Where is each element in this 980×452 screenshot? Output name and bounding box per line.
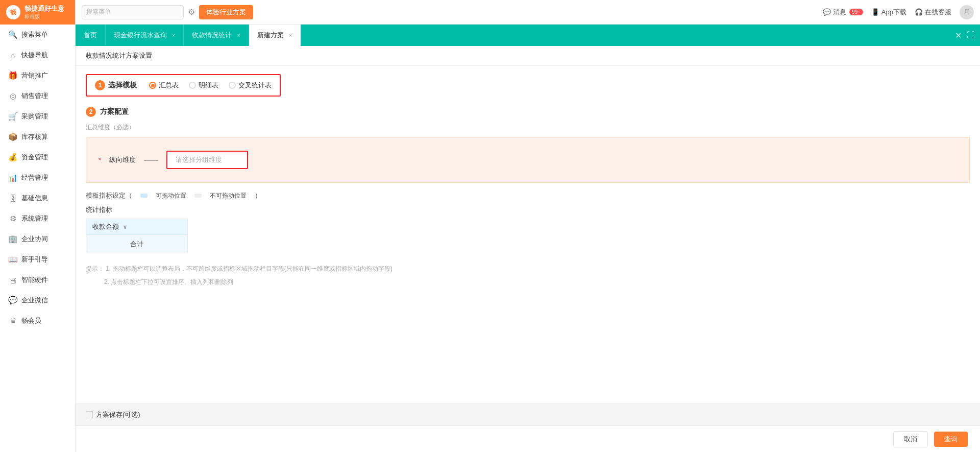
header-right: 💬 消息 99+ 📱 App下载 🎧 在线客服 用 bbox=[823, 5, 974, 19]
save-section: 方案保存(可选) bbox=[76, 403, 980, 425]
sidebar-item-beginner[interactable]: 📖 新手引导 bbox=[0, 249, 75, 270]
step1-block: 1 选择模板 汇总表 明细表 bbox=[86, 74, 970, 97]
sidebar-item-smart-hw[interactable]: 🖨 智能硬件 bbox=[0, 270, 75, 290]
sidebar-item-weixin[interactable]: 💬 企业微信 bbox=[0, 290, 75, 311]
dim-arrow: —— bbox=[144, 156, 158, 164]
tip2: 2. 点击标题栏下拉可设置排序、插入列和删除列 bbox=[86, 277, 970, 288]
search-bar-text: 搜索菜单 bbox=[86, 8, 111, 16]
save-checkbox-label[interactable]: 方案保存(可选) bbox=[86, 410, 140, 419]
gift-icon: 🎁 bbox=[8, 71, 17, 80]
dimension-title: 汇总维度（必选） bbox=[86, 123, 970, 132]
page-content: 收款情况统计方案设置 1 选择模板 bbox=[76, 46, 980, 425]
app-icon: 📱 bbox=[871, 8, 879, 16]
smart-hw-icon: 🖨 bbox=[8, 276, 17, 284]
finance-icon: 💰 bbox=[8, 153, 17, 162]
sidebar-item-system[interactable]: ⚙ 系统管理 bbox=[0, 208, 75, 229]
section-container: 1 选择模板 汇总表 明细表 bbox=[76, 66, 980, 403]
notification-badge: 99+ bbox=[849, 9, 863, 15]
dimension-row: * 纵向维度 —— 请选择分组维度 bbox=[99, 151, 248, 169]
sidebar-item-basic-info[interactable]: 🗄 基础信息 bbox=[0, 188, 75, 208]
search-bar[interactable]: 搜索菜单 bbox=[82, 5, 184, 19]
operation-icon: 📊 bbox=[8, 173, 17, 182]
tip-prefix: 提示： 1. 拖动标题栏可以调整布局，不可跨维度或指标区域拖动栏目字段(只能在同… bbox=[86, 264, 970, 275]
step2-header: 2 方案配置 bbox=[86, 107, 970, 117]
tab-new-plan[interactable]: 新建方案 × bbox=[249, 25, 301, 46]
drag-indicator bbox=[140, 194, 148, 198]
radio-summary[interactable]: 汇总表 bbox=[149, 81, 179, 90]
search-menu-icon: 🔍 bbox=[8, 30, 17, 39]
tab-bar-actions: ✕ ⛶ bbox=[950, 25, 980, 46]
sidebar-item-finance[interactable]: 💰 资金管理 bbox=[0, 147, 75, 168]
close-window-icon[interactable]: ✕ bbox=[955, 31, 962, 40]
sidebar: 畅 畅捷通好生意 标准版 🔍 搜索菜单 ⌂ 快捷导航 🎁 营销推广 ◎ 销售管理… bbox=[0, 0, 76, 452]
metrics-header: 模板指标设定（ 可拖动位置 不可拖动位置 ） bbox=[86, 191, 970, 200]
member-icon: ♛ bbox=[8, 316, 17, 325]
purchase-icon: 🛒 bbox=[8, 112, 17, 121]
metrics-setting-label: 模板指标设定（ bbox=[86, 191, 132, 200]
content-area: 收款情况统计方案设置 1 选择模板 bbox=[76, 46, 980, 425]
metrics-section: 模板指标设定（ 可拖动位置 不可拖动位置 ） 统计指标 收款金额 ∨ bbox=[86, 191, 970, 253]
radio-cross-label: 交叉统计表 bbox=[238, 81, 272, 90]
app-version: 标准版 bbox=[24, 13, 64, 20]
sidebar-item-search[interactable]: 🔍 搜索菜单 bbox=[0, 25, 75, 45]
basic-info-icon: 🗄 bbox=[8, 194, 17, 203]
notifications-btn[interactable]: 💬 消息 99+ bbox=[823, 8, 863, 17]
tab-close-bank-flow[interactable]: × bbox=[172, 32, 175, 38]
radio-group-template: 汇总表 明细表 交叉统计表 bbox=[149, 81, 272, 90]
top-header: 搜索菜单 ⚙ 体验行业方案 💬 消息 99+ 📱 App下载 🎧 在线客服 用 bbox=[76, 0, 980, 25]
avatar[interactable]: 用 bbox=[960, 5, 974, 19]
sidebar-item-operation[interactable]: 📊 经营管理 bbox=[0, 168, 75, 188]
app-name: 畅捷通好生意 bbox=[24, 4, 64, 13]
logo-icon: 畅 bbox=[6, 5, 20, 19]
enterprise-icon: 🏢 bbox=[8, 234, 17, 244]
trial-button[interactable]: 体验行业方案 bbox=[199, 5, 253, 19]
step2-block: 2 方案配置 汇总维度（必选） * 纵向维度 —— bbox=[86, 107, 970, 288]
tab-home[interactable]: 首页 bbox=[76, 25, 106, 46]
metrics-column-header[interactable]: 收款金额 ∨ bbox=[86, 219, 187, 235]
step1-number: 1 bbox=[95, 80, 105, 90]
main-area: 搜索菜单 ⚙ 体验行业方案 💬 消息 99+ 📱 App下载 🎧 在线客服 用 … bbox=[76, 0, 980, 452]
sidebar-item-inventory[interactable]: 📦 库存核算 bbox=[0, 127, 75, 147]
support-icon: 🎧 bbox=[915, 8, 923, 16]
radio-summary-indicator bbox=[149, 82, 156, 89]
radio-detail[interactable]: 明细表 bbox=[189, 81, 218, 90]
footer-bar: 取消 查询 bbox=[76, 425, 980, 452]
sidebar-item-quick-nav[interactable]: ⌂ 快捷导航 bbox=[0, 45, 75, 65]
tab-close-new-plan[interactable]: × bbox=[289, 32, 292, 38]
vertical-dimension-label: 纵向维度 bbox=[109, 155, 136, 164]
sidebar-item-marketing[interactable]: 🎁 营销推广 bbox=[0, 65, 75, 86]
sidebar-item-sales[interactable]: ◎ 销售管理 bbox=[0, 86, 75, 106]
tab-close-receipt-stats[interactable]: × bbox=[237, 32, 240, 38]
message-icon: 💬 bbox=[823, 8, 831, 16]
metrics-table: 收款金额 ∨ 合计 bbox=[86, 219, 188, 253]
expand-icon[interactable]: ⛶ bbox=[967, 31, 975, 40]
step1-header: 1 选择模板 汇总表 明细表 bbox=[86, 74, 970, 97]
sidebar-item-member[interactable]: ♛ 畅会员 bbox=[0, 311, 75, 331]
query-button[interactable]: 查询 bbox=[934, 432, 968, 447]
dimension-select[interactable]: 请选择分组维度 bbox=[166, 151, 248, 169]
step2-number: 2 bbox=[86, 107, 96, 117]
save-checkbox[interactable] bbox=[86, 411, 93, 418]
radio-detail-label: 明细表 bbox=[199, 81, 218, 90]
tab-receipt-stats[interactable]: 收款情况统计 × bbox=[184, 25, 249, 46]
home-icon: ⌂ bbox=[8, 51, 17, 60]
metrics-close-paren: ） bbox=[255, 191, 261, 200]
app-download-btn[interactable]: 📱 App下载 bbox=[871, 8, 906, 17]
dimension-area: * 纵向维度 —— 请选择分组维度 bbox=[86, 137, 970, 183]
metrics-section-title: 统计指标 bbox=[86, 205, 970, 215]
no-drag-indicator bbox=[194, 194, 202, 198]
radio-cross-indicator bbox=[229, 82, 236, 89]
sidebar-item-purchase[interactable]: 🛒 采购管理 bbox=[0, 106, 75, 127]
weixin-icon: 💬 bbox=[8, 296, 17, 305]
step1-title: 选择模板 bbox=[108, 81, 137, 90]
cancel-button[interactable]: 取消 bbox=[893, 431, 928, 447]
chevron-down-icon: ∨ bbox=[123, 224, 127, 230]
page-title: 收款情况统计方案设置 bbox=[76, 46, 980, 66]
radio-cross[interactable]: 交叉统计表 bbox=[229, 81, 272, 90]
gear-icon[interactable]: ⚙ bbox=[188, 7, 195, 17]
support-btn[interactable]: 🎧 在线客服 bbox=[915, 8, 951, 17]
tab-bank-flow[interactable]: 现金银行流水查询 × bbox=[106, 25, 184, 46]
sidebar-item-enterprise[interactable]: 🏢 企业协同 bbox=[0, 229, 75, 249]
sales-icon: ◎ bbox=[8, 91, 17, 101]
step2-title: 方案配置 bbox=[100, 107, 129, 116]
